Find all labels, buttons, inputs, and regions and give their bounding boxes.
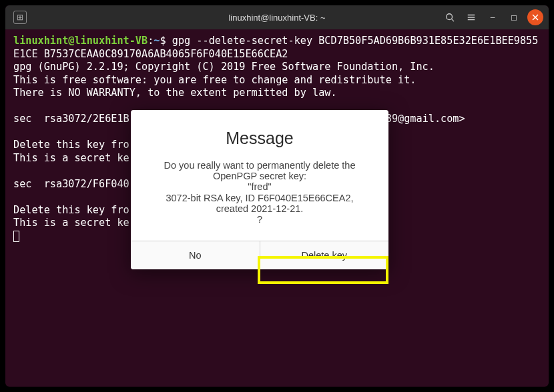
prompt-dollar: $: [160, 35, 172, 47]
svg-point-0: [447, 14, 453, 20]
output-secret2: This is a secret ke: [13, 217, 129, 229]
maximize-button[interactable]: ◻: [506, 9, 522, 25]
titlebar: ⊞ linuxhint@linuxhint-VB: ~ – ◻: [5, 5, 549, 29]
close-button[interactable]: [527, 9, 543, 25]
dialog-message: Do you really want to permanently delete…: [146, 160, 374, 225]
output-delete2: Delete this key fro: [13, 204, 129, 216]
dialog-title: Message: [146, 129, 374, 148]
output-sec2: sec rsa3072/F6F040: [13, 178, 129, 190]
output-delete1: Delete this key fro: [13, 139, 129, 151]
prompt-user: linuxhint@linuxhint-VB: [13, 35, 148, 47]
dialog-line3: "fred": [146, 181, 374, 192]
menu-icon[interactable]: [463, 9, 479, 25]
dialog-line4: 3072-bit RSA key, ID F6F040E15E66CEA2,: [146, 193, 374, 203]
no-button[interactable]: No: [131, 241, 260, 269]
dialog-content: Message Do you really want to permanentl…: [131, 110, 388, 241]
window-controls: – ◻: [442, 9, 543, 25]
output-no-warranty: There is NO WARRANTY, to the extent perm…: [13, 87, 337, 99]
dialog-line5: created 2021-12-21.: [146, 203, 374, 214]
svg-line-1: [452, 19, 455, 22]
new-tab-icon[interactable]: ⊞: [13, 11, 27, 24]
cursor: [13, 231, 19, 242]
dialog-button-row: No Delete key: [131, 241, 388, 269]
search-icon[interactable]: [442, 9, 458, 25]
output-gpg-version: gpg (GnuPG) 2.2.19; Copyright (C) 2019 F…: [13, 61, 435, 73]
dialog-line1: Do you really want to permanently delete…: [146, 160, 374, 171]
minimize-button[interactable]: –: [485, 9, 501, 25]
delete-key-button[interactable]: Delete key: [260, 241, 389, 269]
dialog-line2: OpenPGP secret key:: [146, 171, 374, 181]
dialog-line6: ?: [146, 214, 374, 225]
prompt-colon: :: [148, 35, 154, 47]
output-secret1: This is a secret ke: [13, 152, 129, 164]
output-free-software: This is free software: you are free to c…: [13, 74, 416, 86]
confirmation-dialog: Message Do you really want to permanentl…: [131, 110, 388, 269]
output-sec1: sec rsa3072/2E6E1B: [13, 113, 129, 125]
